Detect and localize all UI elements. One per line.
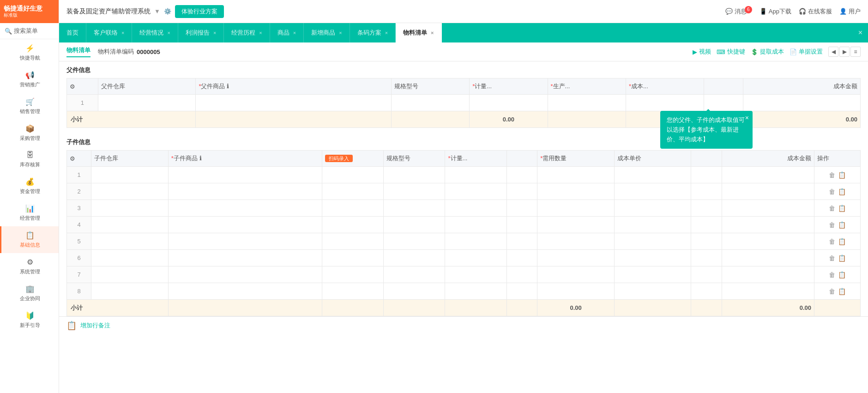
child-product-cell[interactable] bbox=[168, 200, 322, 217]
child-warehouse-cell[interactable] bbox=[91, 183, 169, 200]
tab-profit[interactable]: 利润报告 × bbox=[178, 23, 224, 42]
tab-add-product-close[interactable]: × bbox=[339, 30, 342, 36]
child-cost-price-cell[interactable] bbox=[614, 183, 691, 200]
sidebar-item-finance[interactable]: 💰 资金管理 bbox=[0, 173, 59, 200]
child-qty-cell[interactable] bbox=[537, 266, 615, 283]
child-cost-price-cell[interactable] bbox=[614, 283, 691, 300]
trial-button[interactable]: 体验行业方案 bbox=[175, 5, 224, 18]
tab-profit-close[interactable]: × bbox=[213, 30, 216, 36]
app-download-button[interactable]: 📱 App下载 bbox=[760, 7, 791, 16]
copy-icon[interactable]: 📋 bbox=[838, 205, 846, 212]
child-qty-cell[interactable] bbox=[537, 217, 615, 233]
child-warehouse-cell[interactable] bbox=[91, 167, 169, 183]
child-warehouse-cell[interactable] bbox=[91, 266, 169, 283]
child-spec-cell[interactable] bbox=[384, 266, 445, 283]
child-cost-price-cell[interactable] bbox=[614, 266, 691, 283]
child-cost-price-cell[interactable] bbox=[614, 233, 691, 250]
tooltip-close[interactable]: × bbox=[745, 113, 749, 123]
topbar-dropdown-arrow[interactable]: ▼ bbox=[154, 8, 160, 15]
tab-material-list[interactable]: 物料清单 × bbox=[396, 23, 441, 42]
child-spec-cell[interactable] bbox=[384, 250, 445, 266]
sidebar-item-purchase[interactable]: 📦 采购管理 bbox=[0, 120, 59, 146]
child-cost-price-cell[interactable] bbox=[614, 250, 691, 266]
child-warehouse-cell[interactable] bbox=[91, 217, 169, 233]
child-product-cell[interactable] bbox=[168, 233, 322, 250]
child-product-cell[interactable] bbox=[168, 183, 322, 200]
sidebar-item-basic-info[interactable]: 📋 基础信息 bbox=[0, 226, 59, 253]
copy-icon[interactable]: 📋 bbox=[838, 254, 846, 262]
copy-icon[interactable]: 📋 bbox=[838, 288, 846, 295]
child-spec-cell[interactable] bbox=[384, 283, 445, 300]
delete-icon[interactable]: 🗑 bbox=[829, 171, 835, 179]
child-qty-cell[interactable] bbox=[537, 183, 615, 200]
delete-icon[interactable]: 🗑 bbox=[829, 288, 835, 295]
action-settings[interactable]: 📄 单据设置 bbox=[790, 48, 823, 56]
sidebar-item-marketing[interactable]: 📢 营销推广 bbox=[0, 66, 59, 93]
nav-next[interactable]: ▶ bbox=[839, 47, 850, 57]
child-product-cell[interactable] bbox=[168, 217, 322, 233]
tab-home[interactable]: 首页 bbox=[59, 23, 86, 42]
parent-spec-cell[interactable] bbox=[391, 95, 469, 111]
tab-products-close[interactable]: × bbox=[293, 30, 296, 36]
add-row-icon[interactable]: 📋 bbox=[66, 320, 77, 331]
action-cost[interactable]: 💲 提取成本 bbox=[751, 48, 784, 56]
child-cost-price-cell[interactable] bbox=[614, 200, 691, 217]
parent-product-cell[interactable] bbox=[196, 95, 391, 111]
sidebar-item-operations[interactable]: 📊 经营管理 bbox=[0, 200, 59, 226]
child-spec-cell[interactable] bbox=[384, 233, 445, 250]
message-button[interactable]: 💬 消息 6 bbox=[725, 7, 752, 16]
child-spec-cell[interactable] bbox=[384, 167, 445, 183]
sidebar-item-enterprise[interactable]: 🏢 企业协同 bbox=[0, 280, 59, 307]
child-warehouse-cell[interactable] bbox=[91, 283, 169, 300]
child-unit-cell[interactable] bbox=[445, 167, 506, 183]
sidebar-item-sales[interactable]: 🛒 销售管理 bbox=[0, 93, 59, 120]
child-qty-cell[interactable] bbox=[537, 233, 615, 250]
delete-icon[interactable]: 🗑 bbox=[829, 254, 835, 262]
nav-menu[interactable]: ≡ bbox=[850, 47, 861, 57]
search-menu[interactable]: 🔍 搜索菜单 bbox=[0, 23, 59, 39]
delete-icon[interactable]: 🗑 bbox=[829, 238, 835, 245]
tab-operations-status[interactable]: 经营情况 × bbox=[132, 23, 178, 42]
delete-icon[interactable]: 🗑 bbox=[829, 205, 835, 212]
parent-unit-cell[interactable] bbox=[470, 95, 548, 111]
child-product-cell[interactable] bbox=[168, 250, 322, 266]
child-unit-cell[interactable] bbox=[445, 266, 506, 283]
child-unit-cell[interactable] bbox=[445, 217, 506, 233]
tab-add-product[interactable]: 新增商品 × bbox=[304, 23, 350, 42]
tab-barcode-close[interactable]: × bbox=[385, 30, 388, 36]
child-unit-cell[interactable] bbox=[445, 283, 506, 300]
tab-customer[interactable]: 客户联络 × bbox=[86, 23, 132, 42]
scan-btn[interactable]: 扫码录入 bbox=[325, 155, 353, 162]
child-qty-cell[interactable] bbox=[537, 283, 615, 300]
child-warehouse-cell[interactable] bbox=[91, 233, 169, 250]
tab-products[interactable]: 商品 × bbox=[270, 23, 304, 42]
delete-icon[interactable]: 🗑 bbox=[829, 221, 835, 229]
child-product-cell[interactable] bbox=[168, 283, 322, 300]
copy-icon[interactable]: 📋 bbox=[838, 271, 846, 278]
child-unit-cell[interactable] bbox=[445, 183, 506, 200]
copy-icon[interactable]: 📋 bbox=[838, 188, 846, 195]
copy-icon[interactable]: 📋 bbox=[838, 238, 846, 245]
child-cost-price-cell[interactable] bbox=[614, 167, 691, 183]
child-qty-cell[interactable] bbox=[537, 200, 615, 217]
child-product-cell[interactable] bbox=[168, 167, 322, 183]
child-spec-cell[interactable] bbox=[384, 183, 445, 200]
sidebar-item-inventory[interactable]: 🗄 库存核算 bbox=[0, 146, 59, 173]
tab-customer-close[interactable]: × bbox=[121, 30, 124, 36]
action-shortcut[interactable]: ⌨ 快捷键 bbox=[717, 48, 745, 56]
settings-icon[interactable]: ⚙️ bbox=[164, 8, 171, 15]
tab-ops-close[interactable]: × bbox=[167, 30, 170, 36]
copy-icon[interactable]: 📋 bbox=[838, 171, 846, 179]
sidebar-item-guide[interactable]: 🔰 新手引导 bbox=[0, 307, 59, 333]
action-view[interactable]: ▶ 视频 bbox=[693, 48, 711, 56]
child-product-cell[interactable] bbox=[168, 266, 322, 283]
th-child-settings[interactable]: ⚙ bbox=[67, 151, 91, 167]
child-qty-cell[interactable] bbox=[537, 250, 615, 266]
child-qty-cell[interactable] bbox=[537, 167, 615, 183]
tab-material-close[interactable]: × bbox=[431, 30, 434, 36]
delete-icon[interactable]: 🗑 bbox=[829, 271, 835, 278]
parent-warehouse-cell[interactable] bbox=[98, 95, 196, 111]
tab-barcode[interactable]: 条码方案 × bbox=[350, 23, 396, 42]
delete-icon[interactable]: 🗑 bbox=[829, 188, 835, 195]
child-cost-price-cell[interactable] bbox=[614, 217, 691, 233]
